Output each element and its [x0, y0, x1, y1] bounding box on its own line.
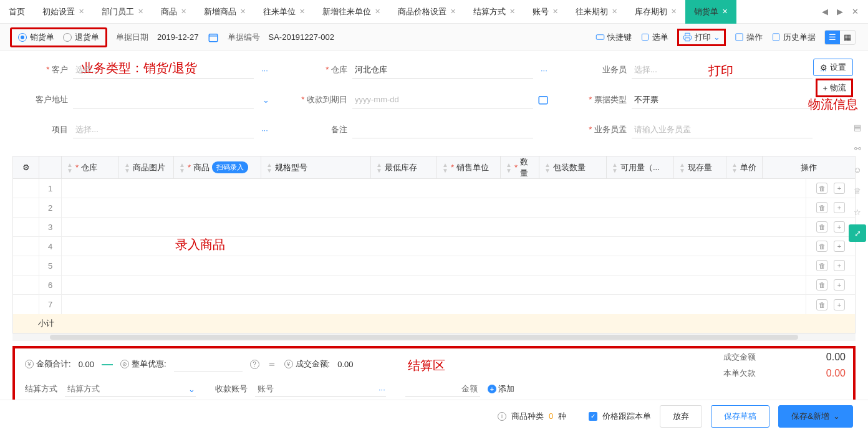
col-avail[interactable]: ▲▼可用量（...	[607, 156, 674, 178]
warehouse-input[interactable]	[352, 61, 533, 79]
discount-input[interactable]	[174, 356, 243, 372]
tab-newcontact[interactable]: 新增往来单位✕	[314, 0, 389, 24]
salesman-picker-icon[interactable]: ···	[817, 65, 829, 75]
col-minstock[interactable]: ▲▼最低库存	[371, 156, 437, 178]
table-row[interactable]: 5🗑+	[13, 256, 855, 276]
close-icon[interactable]: ✕	[299, 7, 305, 16]
close-icon[interactable]: ✕	[450, 7, 456, 16]
account-picker-icon[interactable]: ···	[379, 385, 385, 394]
help-icon[interactable]: ?	[250, 360, 259, 369]
col-qty[interactable]: ▲▼*数量	[501, 156, 539, 178]
col-stock[interactable]: ▲▼现存量	[674, 156, 726, 178]
calendar-icon[interactable]	[208, 32, 219, 43]
operate-button[interactable]: 操作	[735, 32, 763, 43]
col-pack[interactable]: ▲▼包装数量	[539, 156, 607, 178]
add-row-icon[interactable]: +	[834, 183, 845, 194]
delete-icon[interactable]: 🗑	[816, 183, 827, 194]
add-row-icon[interactable]: +	[834, 221, 845, 233]
close-icon[interactable]: ✕	[509, 7, 515, 16]
select-button[interactable]: 选单	[640, 32, 668, 43]
add-row-icon[interactable]: +	[834, 299, 845, 310]
close-icon[interactable]: ✕	[552, 7, 558, 16]
customer-input[interactable]	[73, 61, 254, 79]
chevron-down-icon[interactable]: ⌄	[263, 95, 269, 105]
paydue-input[interactable]	[352, 91, 533, 108]
account-input[interactable]	[255, 381, 386, 397]
col-price[interactable]: ▲▼单价	[726, 156, 763, 178]
print-button[interactable]: 打印⌄	[677, 29, 726, 46]
add-payment-button[interactable]: +添加	[488, 383, 514, 395]
doc-date-value[interactable]: 2019-12-27	[157, 32, 199, 42]
view-toggle[interactable]: ☰▦	[824, 30, 856, 45]
abandon-button[interactable]: 放弃	[660, 405, 702, 428]
view-list-icon[interactable]: ☰	[825, 31, 840, 44]
delete-icon[interactable]: 🗑	[816, 299, 827, 310]
project-picker-icon[interactable]: ···	[259, 125, 271, 135]
view-grid-icon[interactable]: ▦	[840, 31, 855, 44]
side-crown-icon[interactable]: ♕	[849, 182, 866, 199]
close-icon[interactable]: ✕	[240, 7, 246, 16]
side-user-icon[interactable]: ☺	[849, 161, 866, 178]
radio-return[interactable]: 退货单	[63, 32, 99, 43]
tab-openbal[interactable]: 往来期初✕	[567, 0, 626, 24]
tab-goods[interactable]: 商品✕	[152, 0, 195, 24]
scan-entry-tag[interactable]: 扫码录入	[212, 161, 248, 173]
tab-init[interactable]: 初始设置✕	[34, 0, 93, 24]
delete-icon[interactable]: 🗑	[816, 241, 827, 252]
col-warehouse[interactable]: ▲▼*仓库	[62, 156, 119, 178]
warehouse-picker-icon[interactable]: ···	[538, 65, 550, 75]
save-new-button[interactable]: 保存&新增⌄	[778, 405, 853, 428]
amount-input[interactable]	[405, 381, 480, 397]
save-draft-button[interactable]: 保存草稿	[711, 405, 769, 428]
close-icon[interactable]: ✕	[671, 7, 677, 16]
salesman-input[interactable]	[632, 61, 813, 79]
tab-home[interactable]: 首页	[0, 0, 34, 24]
tab-account[interactable]: 账号✕	[524, 0, 567, 24]
col-spec[interactable]: ▲▼规格型号	[261, 156, 371, 178]
tab-price[interactable]: 商品价格设置✕	[389, 0, 465, 24]
project-input[interactable]	[73, 121, 254, 138]
tab-closeall-icon[interactable]: ✕	[848, 5, 862, 19]
table-row[interactable]: 4🗑+	[13, 237, 855, 256]
tab-settle[interactable]: 结算方式✕	[465, 0, 524, 24]
add-row-icon[interactable]: +	[834, 279, 845, 290]
tab-next-icon[interactable]: ▶	[833, 5, 847, 19]
add-row-icon[interactable]: +	[834, 202, 845, 213]
side-doc-icon[interactable]: ▤	[849, 118, 866, 136]
delete-icon[interactable]: 🗑	[816, 221, 827, 233]
close-icon[interactable]: ✕	[79, 7, 84, 16]
col-gear[interactable]: ⚙	[13, 156, 39, 178]
col-product[interactable]: ▲▼*商品扫码录入	[174, 156, 261, 178]
close-icon[interactable]: ✕	[612, 7, 617, 16]
addr-input[interactable]	[73, 91, 254, 108]
tab-stockinit[interactable]: 库存期初✕	[626, 0, 685, 24]
tab-dept[interactable]: 部门员工✕	[93, 0, 152, 24]
method-input[interactable]	[65, 381, 196, 397]
table-row[interactable]: 1🗑+	[13, 179, 855, 198]
calendar-icon[interactable]	[538, 94, 549, 105]
add-row-icon[interactable]: +	[834, 260, 845, 271]
side-expand-icon[interactable]: ⤢	[849, 224, 866, 242]
col-unit[interactable]: ▲▼*销售单位	[437, 156, 501, 178]
add-row-icon[interactable]: +	[834, 241, 845, 252]
table-row[interactable]: 7🗑+	[13, 295, 855, 314]
invoice-input[interactable]	[632, 91, 813, 108]
chevron-down-icon[interactable]: ⌄	[188, 385, 195, 394]
tab-newgoods[interactable]: 新增商品✕	[195, 0, 254, 24]
radio-sales[interactable]: 销货单	[18, 32, 54, 43]
delete-icon[interactable]: 🗑	[816, 202, 827, 213]
customer-picker-icon[interactable]: ···	[259, 65, 271, 75]
tab-contact[interactable]: 往来单位✕	[254, 0, 314, 24]
close-icon[interactable]: ✕	[722, 7, 728, 16]
side-link-icon[interactable]: ⚯	[849, 140, 866, 157]
remark-input[interactable]	[352, 121, 533, 138]
h-scrollbar[interactable]	[12, 334, 856, 341]
hotkey-button[interactable]: 快捷键	[596, 32, 632, 43]
history-button[interactable]: 历史单据	[771, 32, 816, 43]
close-icon[interactable]: ✕	[138, 7, 143, 16]
table-row[interactable]: 2🗑+	[13, 198, 855, 218]
track-checkbox[interactable]: ✓	[589, 412, 597, 421]
table-row[interactable]: 6🗑+	[13, 276, 855, 295]
close-icon[interactable]: ✕	[375, 7, 380, 16]
side-star-icon[interactable]: ☆	[849, 203, 866, 221]
